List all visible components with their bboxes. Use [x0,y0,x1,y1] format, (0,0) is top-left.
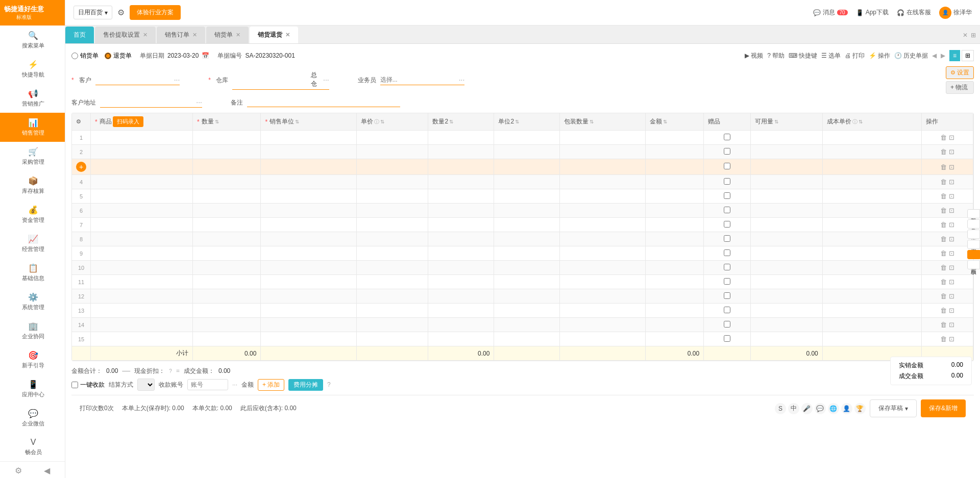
tab-close-sales-delivery[interactable]: ✕ [236,32,240,38]
product-input-add[interactable] [95,163,188,170]
status-icon-5[interactable]: 🌐 [828,403,839,414]
calendar-icon[interactable]: 📅 [202,52,209,59]
warehouse-dots-btn[interactable]: ··· [323,76,329,84]
status-icon-4[interactable]: 💬 [815,403,826,414]
quantity2-cell-add[interactable] [428,159,494,175]
delete-row-add-icon[interactable]: 🗑 [940,163,947,171]
quantity-cell-add[interactable] [193,159,261,175]
product-cell-add[interactable] [91,159,193,175]
unit-price-cell-2[interactable] [356,145,428,159]
quantity-cell-2[interactable] [193,145,261,159]
copy-icon[interactable]: ⊡ [949,292,954,300]
address-input[interactable] [100,98,194,106]
far-right-tab-favorite[interactable]: 收藏 [967,219,980,229]
delete-icon[interactable]: 🗑 [940,335,947,343]
copy-icon[interactable]: ⊡ [949,264,954,271]
avail-sort-icon[interactable]: ⇅ [774,119,778,124]
cost-price-info-icon[interactable]: ⓘ [852,118,857,125]
cost-price-cell-add[interactable] [822,159,922,175]
delete-icon[interactable]: 🗑 [940,292,947,300]
unit2-cell-2[interactable] [494,145,560,159]
far-right-tab-canvas[interactable]: 画板 [967,260,980,269]
add-row-btn-cell[interactable]: + [72,159,91,175]
tab-close-sales-return[interactable]: ✕ [285,32,290,38]
copy-icon[interactable]: ⊡ [949,235,954,243]
cost-sort-icon[interactable]: ⇅ [859,119,863,124]
tab-sales-delivery[interactable]: 销货单 ✕ [206,27,249,43]
cost-price-cell-1[interactable] [822,131,922,145]
sidebar-item-sales[interactable]: 📊 销售管理 [0,113,65,142]
industry-select[interactable]: 日用百货 ▾ [74,6,112,19]
one-click-checkbox[interactable] [71,382,78,388]
delete-icon[interactable]: 🗑 [940,249,947,257]
grid-view-btn[interactable]: ⊞ [962,50,974,61]
tab-menu-icon[interactable]: ⊞ [971,32,976,39]
save-draft-btn[interactable]: 保存草稿 ▾ [870,399,917,417]
sidebar-item-operation[interactable]: 📈 经营管理 [0,229,65,258]
tab-price-setting[interactable]: 售价提取设置 ✕ [95,27,156,43]
delete-icon[interactable]: 🗑 [940,278,947,286]
sidebar-item-enterprise[interactable]: 🏢 企业协同 [0,316,65,345]
warehouse-input[interactable] [232,76,311,83]
copy-icon[interactable]: ⊡ [949,221,954,229]
unit-price-sort-icon[interactable]: ⇅ [380,119,384,124]
video-btn[interactable]: ▶ 视频 [745,52,763,60]
account-input[interactable] [187,379,228,390]
fee-split-info-icon[interactable]: ? [327,381,331,388]
select-btn[interactable]: ☰ 选单 [821,52,841,60]
message-btn[interactable]: 💬 消息 70 [813,8,848,17]
unit2-cell-1[interactable] [494,131,560,145]
nav-prev-icon[interactable]: ◀ [932,52,937,59]
scan-btn[interactable]: 扫码录入 [113,116,143,127]
delete-icon[interactable]: 🗑 [940,264,947,271]
settings-side-btn[interactable]: ⚙ 设置 [946,66,974,79]
pack-qty-cell-add[interactable] [560,159,646,175]
tab-sales-return[interactable]: 销货退货 ✕ [250,27,298,43]
pack-qty-cell-1[interactable] [560,131,646,145]
operate-btn[interactable]: ⚡ 操作 [869,52,890,60]
unit2-sort-icon[interactable]: ⇅ [515,119,519,124]
delete-icon[interactable]: 🗑 [940,221,947,229]
list-view-btn[interactable]: ≡ [949,50,960,61]
radio-sales-input[interactable] [71,53,78,59]
quantity2-cell-2[interactable] [428,145,494,159]
radio-return-input[interactable] [105,53,111,59]
customer-dots-btn[interactable]: ··· [174,76,180,84]
delete-row-2-icon[interactable]: 🗑 [940,148,947,156]
print-btn[interactable]: 🖨 打印 [845,52,865,60]
far-right-tab-attachment[interactable]: 附件 [967,209,980,218]
tab-sales-order[interactable]: 销售订单 ✕ [157,27,205,43]
sidebar-item-basic[interactable]: 📋 基础信息 [0,258,65,287]
app-download-btn[interactable]: 📱 App下载 [856,8,889,17]
far-right-tab-message[interactable]: 消息 [967,230,980,239]
collapse-icon[interactable]: ◀ [44,466,50,475]
gift-cell-add[interactable] [704,159,751,175]
delete-icon[interactable]: 🗑 [940,235,947,243]
fee-split-btn[interactable]: 费用分摊 [288,379,323,391]
amount-sort-icon[interactable]: ⇅ [663,119,667,124]
sidebar-item-marketing[interactable]: 📢 营销推广 [0,84,65,113]
copy-icon[interactable]: ⊡ [949,178,954,186]
tab-close-all-icon[interactable]: ✕ [963,32,968,39]
sales-unit-cell-2[interactable] [261,145,356,159]
status-icon-2[interactable]: 中 [788,403,799,414]
copy-icon[interactable]: ⊡ [949,335,954,343]
topbar-gear-icon[interactable]: ⚙ [117,8,125,17]
gift-cell-2[interactable] [704,145,751,159]
user-profile-btn[interactable]: 👤 徐泽华 [939,7,972,19]
sales-unit-cell-add[interactable] [261,159,356,175]
delete-icon[interactable]: 🗑 [940,207,947,214]
sales-unit-sort-icon[interactable]: ⇅ [295,119,299,124]
available-cell-add[interactable] [750,159,822,175]
delete-icon[interactable]: 🗑 [940,192,947,200]
radio-sales[interactable]: 销货单 [71,52,99,60]
nav-next-icon[interactable]: ▶ [941,52,945,59]
delete-row-1-icon[interactable]: 🗑 [940,134,947,141]
product-cell-2[interactable] [91,145,193,159]
sidebar-item-finance[interactable]: 💰 资金管理 [0,200,65,229]
copy-icon[interactable]: ⊡ [949,278,954,286]
delete-icon[interactable]: 🗑 [940,178,947,186]
unit-price-info-icon[interactable]: ⓘ [374,118,379,125]
far-right-tab-screenshot[interactable]: 截图 [967,250,980,259]
available-cell-2[interactable] [750,145,822,159]
